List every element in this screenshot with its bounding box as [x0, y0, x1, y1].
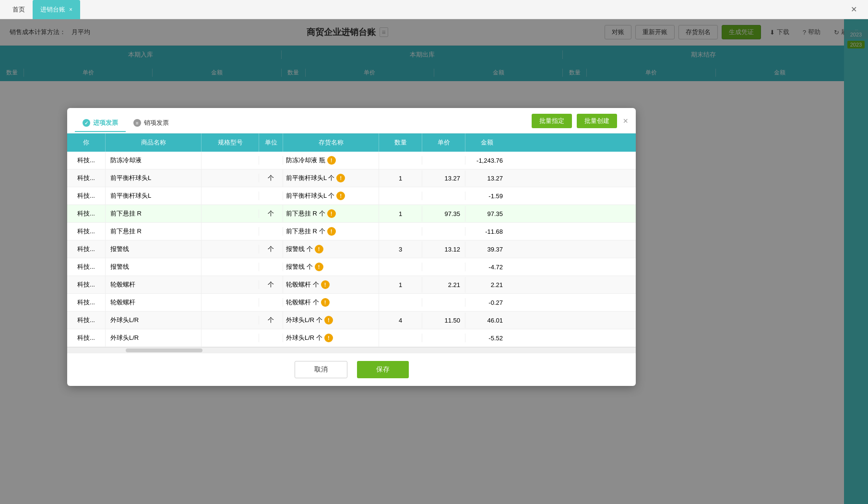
cell-qty: 1 [379, 170, 422, 186]
warning-icon: ! [324, 334, 333, 342]
cell-spec [202, 227, 259, 236]
warning-icon: ! [324, 316, 333, 324]
cell-amount: 46.01 [465, 312, 509, 328]
cell-unit: 个 [259, 276, 283, 293]
cell-price [422, 227, 465, 236]
table-row[interactable]: 科技... 报警线 个 报警线 个! 3 13.12 39.37 [67, 240, 636, 258]
cell-amount: 97.35 [465, 206, 509, 222]
cell-inventory: 前下悬挂 R 个! [283, 205, 379, 222]
warning-icon: ! [321, 298, 330, 307]
cell-qty: 3 [379, 241, 422, 257]
table-row[interactable]: 科技... 前平衡杆球头L 前平衡杆球头L 个! -1.59 [67, 187, 636, 205]
window-close-button[interactable]: ✕ [844, 0, 863, 19]
cell-supplier: 科技... [67, 276, 106, 293]
tab-purchase-invoice[interactable]: ✓ 进项发票 [75, 115, 126, 132]
batch-assign-button[interactable]: 批量指定 [532, 114, 572, 128]
cell-price: 13.12 [422, 241, 465, 257]
inventory-name: 轮毂螺杆 个 [286, 281, 319, 288]
col-spec: 规格型号 [202, 133, 259, 152]
active-tab[interactable]: 进销台账 × [33, 0, 80, 19]
cell-spec [202, 156, 259, 165]
cell-inventory: 报警线 个! [283, 240, 379, 258]
cell-amount: -4.72 [465, 259, 509, 275]
top-bar: 首页 进销台账 × ✕ [0, 0, 868, 19]
tab-sales-invoice[interactable]: ≡ 销项发票 [126, 115, 177, 132]
inventory-name: 防冻冷却液 瓶 [286, 156, 325, 164]
cell-amount: -11.68 [465, 224, 509, 240]
cell-amount: 2.21 [465, 277, 509, 293]
inventory-name: 前下悬挂 R 个 [286, 228, 325, 235]
warning-icon: ! [321, 280, 330, 289]
cell-qty [379, 298, 422, 307]
cell-spec [202, 334, 259, 342]
cell-product: 外球头L/R [106, 329, 202, 347]
inventory-name: 外球头L/R 个 [286, 334, 322, 341]
table-row[interactable]: 科技... 防冻冷却液 防冻冷却液 瓶! -1,243.76 [67, 152, 636, 169]
cell-qty [379, 227, 422, 236]
cancel-button[interactable]: 取消 [295, 361, 347, 378]
modal-footer: 取消 保存 [67, 353, 636, 386]
modal-header: ✓ 进项发票 ≡ 销项发票 批量指定 批量创建 × [67, 108, 636, 133]
inventory-name: 报警线 个 [286, 245, 313, 252]
cell-unit: 个 [259, 240, 283, 258]
cell-qty: 1 [379, 277, 422, 293]
warning-icon: ! [315, 245, 323, 253]
cell-supplier: 科技... [67, 169, 106, 187]
cell-product: 报警线 [106, 258, 202, 276]
cell-supplier: 科技... [67, 223, 106, 240]
cell-price [422, 192, 465, 200]
horizontal-scrollbar[interactable] [67, 347, 636, 353]
warning-icon: ! [315, 263, 323, 271]
tab-close-icon[interactable]: × [69, 6, 72, 13]
cell-spec [202, 280, 259, 289]
table-row[interactable]: 科技... 轮毂螺杆 个 轮毂螺杆 个! 1 2.21 2.21 [67, 276, 636, 294]
cell-product: 轮毂螺杆 [106, 294, 202, 311]
cell-unit [259, 298, 283, 307]
modal-close-button[interactable]: × [623, 116, 628, 131]
table-row[interactable]: 科技... 外球头L/R 个 外球头L/R 个! 4 11.50 46.01 [67, 312, 636, 329]
cell-supplier: 科技... [67, 187, 106, 204]
scrollbar-thumb[interactable] [126, 348, 202, 352]
cell-price [422, 263, 465, 271]
table-row[interactable]: 科技... 轮毂螺杆 轮毂螺杆 个! -0.27 [67, 294, 636, 312]
table-row[interactable]: 科技... 外球头L/R 外球头L/R 个! -5.52 [67, 329, 636, 347]
cell-product: 前平衡杆球头L [106, 187, 202, 204]
inventory-name: 前平衡杆球头L 个 [286, 192, 334, 199]
table-row[interactable]: 科技... 前下悬挂 R 前下悬挂 R 个! -11.68 [67, 223, 636, 240]
cell-inventory: 外球头L/R 个! [283, 312, 379, 329]
home-tab[interactable]: 首页 [5, 0, 33, 19]
cell-product: 前下悬挂 R [106, 205, 202, 222]
cell-amount: 13.27 [465, 170, 509, 186]
table-row[interactable]: 科技... 前下悬挂 R 个 前下悬挂 R 个! 1 97.35 97.35 [67, 205, 636, 223]
cell-qty [379, 263, 422, 271]
col-price: 单价 [422, 133, 465, 152]
home-label: 首页 [12, 5, 25, 14]
cell-spec [202, 174, 259, 182]
cell-price [422, 334, 465, 342]
cell-inventory: 轮毂螺杆 个! [283, 276, 379, 293]
sales-tab-icon: ≡ [133, 119, 141, 127]
table-body: 科技... 防冻冷却液 防冻冷却液 瓶! -1,243.76 科技... 前平衡… [67, 152, 636, 347]
table-row[interactable]: 科技... 前平衡杆球头L 个 前平衡杆球头L 个! 1 13.27 13.27 [67, 169, 636, 187]
col-qty: 数量 [379, 133, 422, 152]
table-row[interactable]: 科技... 报警线 报警线 个! -4.72 [67, 258, 636, 276]
cell-qty: 4 [379, 312, 422, 328]
cell-product: 报警线 [106, 240, 202, 258]
cell-supplier: 科技... [67, 240, 106, 258]
inventory-name: 前平衡杆球头L 个 [286, 174, 334, 181]
cell-unit: 个 [259, 169, 283, 187]
cell-price: 11.50 [422, 312, 465, 328]
cell-unit: 个 [259, 205, 283, 222]
purchase-tab-icon: ✓ [83, 119, 90, 127]
invoice-modal: ✓ 进项发票 ≡ 销项发票 批量指定 批量创建 × 你 商品名称 规格型号 单位… [67, 108, 636, 386]
cell-price: 97.35 [422, 206, 465, 222]
tab-label: 进销台账 [40, 5, 65, 14]
cell-spec [202, 209, 259, 218]
cell-amount: -0.27 [465, 295, 509, 311]
warning-icon: ! [327, 209, 336, 218]
save-button[interactable]: 保存 [357, 361, 409, 378]
cell-product: 外球头L/R [106, 312, 202, 329]
cell-spec [202, 263, 259, 271]
cell-product: 防冻冷却液 [106, 152, 202, 169]
batch-create-button[interactable]: 批量创建 [577, 114, 617, 128]
